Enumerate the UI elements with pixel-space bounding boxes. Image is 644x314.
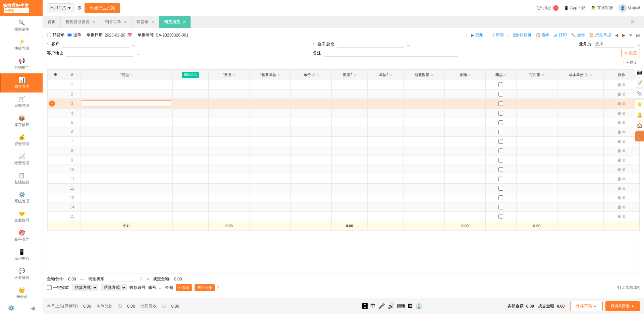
cost-sort-icon[interactable]: ⇅ (589, 73, 592, 77)
delete-btn[interactable]: 🗑 (618, 205, 622, 209)
copy-btn[interactable]: ⧉ (623, 92, 626, 97)
tab-pricing-close[interactable]: ✕ (92, 20, 95, 24)
float-btn-2[interactable]: 📝 (635, 78, 644, 88)
status-icon-5[interactable]: ⌨ (397, 303, 405, 309)
gift-checkbox[interactable] (498, 130, 503, 134)
gift-checkbox[interactable] (498, 139, 503, 144)
sidebar-item-inventory[interactable]: 📦 库存核算 (0, 112, 43, 131)
tab-sales[interactable]: 销货单 ✕ (132, 16, 159, 28)
gift-checkbox[interactable] (498, 167, 503, 172)
trial-btn[interactable]: 体验行业方案 (85, 3, 120, 13)
address-dots[interactable]: ... (136, 51, 139, 56)
delete-btn[interactable]: 🗑 (618, 130, 622, 134)
copy-btn[interactable]: ⧉ (623, 130, 626, 134)
quantity-sort-icon[interactable]: ⇅ (233, 73, 235, 77)
account-dots[interactable]: ... (159, 285, 162, 290)
status-icon-4[interactable]: 🔊 (388, 303, 394, 309)
delete-btn[interactable]: 🗑 (618, 101, 622, 106)
col-settings-icon[interactable]: ⚙ (54, 72, 57, 77)
delete-btn[interactable]: 🗑 (618, 148, 622, 153)
tab-expand-icon[interactable]: ✕ (630, 19, 635, 25)
help-discount-icon[interactable]: ? (140, 277, 143, 281)
delete-btn[interactable]: 🗑 (618, 82, 622, 87)
tab-sales-return-close[interactable]: ✕ (183, 20, 186, 24)
copy-btn[interactable]: ⧉ (623, 167, 626, 172)
user-avatar[interactable]: 👤 徐泽华 (619, 4, 640, 12)
radio-return[interactable]: 退单 (67, 32, 81, 38)
sidebar-item-shortcut[interactable]: ⚡ 快捷导航 (0, 35, 43, 54)
video-action[interactable]: ▶ 视频 (471, 32, 483, 38)
sidebar-item-operations[interactable]: 📈 经营管理 (0, 150, 43, 169)
copy-btn[interactable]: ⧉ (623, 158, 626, 163)
copy-btn[interactable]: ⧉ (623, 177, 626, 181)
float-btn-3[interactable]: 📎 (635, 88, 644, 99)
warehouse-dots[interactable]: ... (407, 42, 410, 47)
gift-checkbox[interactable] (498, 177, 503, 181)
delete-btn[interactable]: 🗑 (618, 111, 622, 116)
gift-checkbox[interactable] (498, 120, 503, 125)
staff-input[interactable] (594, 41, 634, 48)
sidebar-item-sales[interactable]: 📊 销售管理 (0, 73, 43, 92)
remark-input[interactable] (324, 50, 458, 57)
online-service-btn[interactable]: 👨‍💼 在线客服 (591, 5, 613, 11)
delete-btn[interactable]: 🗑 (618, 139, 622, 144)
customer-address-input[interactable] (66, 50, 133, 57)
account-method-select[interactable]: 结算方式 (72, 284, 98, 291)
status-icon-6[interactable]: 🖼 (408, 303, 413, 309)
status-icon-3[interactable]: 🎤 (378, 303, 385, 309)
available-sort-icon[interactable]: ⇅ (542, 73, 544, 77)
gift-checkbox[interactable] (498, 92, 503, 97)
bottom-receivable-info-icon[interactable]: ⓘ (162, 303, 166, 309)
add-btn[interactable]: + 添加 (176, 284, 192, 291)
gift-checkbox[interactable] (498, 158, 503, 163)
gift-checkbox[interactable] (498, 195, 503, 200)
view-list-icon[interactable]: ≡ (629, 33, 632, 38)
copy-btn[interactable]: ⧉ (623, 205, 626, 209)
history-action[interactable]: 📜 历史单据 (589, 32, 611, 38)
copy-btn[interactable]: ⧉ (623, 186, 626, 191)
sidebar-item-system[interactable]: ⚙️ 系统管理 (0, 188, 43, 207)
tab-sales-order[interactable]: 销售订单 ✕ (100, 16, 132, 28)
view-grid-icon[interactable]: ⊞ (636, 33, 640, 38)
add-row-btn[interactable]: + (49, 101, 55, 107)
copy-btn[interactable]: ⧉ (623, 148, 626, 153)
warehouse-input[interactable] (337, 41, 404, 48)
pack-sort-icon[interactable]: ⇅ (431, 73, 433, 77)
delete-btn[interactable]: 🗑 (618, 167, 622, 172)
copy-btn[interactable]: ⧉ (623, 120, 626, 125)
copy-btn[interactable]: ⧉ (623, 195, 626, 200)
float-btn-7[interactable]: 🔗 (635, 131, 644, 141)
discount-input[interactable] (109, 276, 136, 281)
customer-dots[interactable]: ... (132, 42, 135, 47)
gift-checkbox[interactable] (498, 101, 503, 106)
sidebar-settings-btn[interactable]: ⚙️ (8, 305, 15, 311)
save-draft-btn[interactable]: 保存草稿 ▲ (570, 301, 603, 311)
status-icon-7[interactable]: 👔 (416, 303, 422, 309)
delete-btn[interactable]: 🗑 (618, 195, 622, 200)
status-icon-1[interactable]: 🆂 (362, 303, 368, 309)
calendar-icon[interactable]: 📅 (127, 33, 132, 38)
fee-help-icon[interactable]: ? (217, 285, 220, 290)
nav-prev[interactable]: ◀ (615, 33, 618, 38)
copy-btn[interactable]: ⧉ (623, 214, 626, 219)
sidebar-item-appstore[interactable]: 📱 应用中心 (0, 245, 43, 264)
sidebar-item-wechat[interactable]: 💬 企业微信 (0, 264, 43, 284)
one-click-label[interactable]: 一键收款 (47, 285, 69, 291)
settings-btn[interactable]: ⚙ 设置 (621, 49, 640, 57)
radio-sales[interactable]: 销货单 (47, 32, 65, 38)
settings-gear-icon[interactable]: ⚙ (77, 5, 82, 11)
industry-select[interactable]: 日用百货 ▼ (47, 3, 74, 12)
account-calc-select[interactable]: 结算方式 (101, 284, 127, 291)
amount-sort-icon[interactable]: ⇅ (468, 73, 471, 77)
unit2-sort-icon[interactable]: ⇅ (389, 73, 392, 77)
gift-checkbox[interactable] (498, 186, 503, 191)
product-sort-icon[interactable]: ⇅ (130, 73, 133, 77)
unit-sort-icon[interactable]: ⇅ (277, 73, 280, 77)
bottom-debt-info-icon[interactable]: ⓘ (118, 303, 122, 309)
sidebar-item-member[interactable]: 👑 畅会员 (0, 284, 43, 302)
fee-split-btn[interactable]: 费用分摊 (195, 284, 215, 291)
delete-btn[interactable]: 🗑 (618, 186, 622, 191)
radio-sales-input[interactable] (47, 33, 51, 37)
gift-sort-icon[interactable]: ⇅ (504, 73, 506, 77)
gift-checkbox[interactable] (498, 111, 503, 116)
